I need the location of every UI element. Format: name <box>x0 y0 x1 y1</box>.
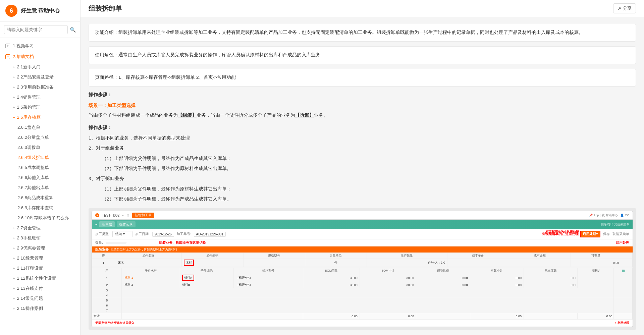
sidebar-item-s26-label: 2.6库存核算 <box>17 114 40 120</box>
ss-tab-record: 操作记录 <box>117 221 136 227</box>
ss-date-input: 2019-12-26 <box>152 232 174 237</box>
share-button[interactable]: ↗ 分享 <box>613 3 636 13</box>
ss-section-header: 组装业务 组装类型时上方为父件，拆卸类型时上方为原材料 <box>92 246 633 253</box>
search-input[interactable] <box>4 25 68 34</box>
sidebar-item-video[interactable]: + 1.视频学习 <box>0 41 80 51</box>
sidebar-leaf-263[interactable]: 2.6.3调拨单 <box>0 143 80 153</box>
sidebar-item-s27[interactable]: + 2.7资金管理 <box>0 223 80 233</box>
sidebar-item-s214[interactable]: + 2.14常见问题 <box>0 293 80 303</box>
sidebar-item-s21[interactable]: + 2.1新手入门 <box>0 62 80 72</box>
nav-sub-docs: + 2.1新手入门 + 2.2产品安装及登录 + 2.3使用前数据准备 + 2.… <box>0 62 80 314</box>
sidebar-item-s25[interactable]: + 2.5采购管理 <box>0 102 80 112</box>
nav-section-docs: − 2.帮助文档 + 2.1新手入门 + 2.2产品安装及登录 + 2.3使用前… <box>0 51 80 314</box>
sidebar-item-s28[interactable]: + 2.8手机旺铺 <box>0 233 80 243</box>
sidebar-item-s24[interactable]: + 2.4销售管理 <box>0 92 80 102</box>
logo-bar: 6 好生意 帮助中心 <box>0 0 80 22</box>
ss-td-code-redbox: 木材 <box>184 260 194 266</box>
screenshot-inner: 6 TEST-H002 ▾ ⚙ 新增加工单 📌 App下载 帮助中心 👤 CC … <box>89 208 636 330</box>
sidebar-leaf-264[interactable]: 2.6.4组装拆卸单 <box>0 153 80 163</box>
ss-extra-btns: 保存 取消采购单 <box>603 232 629 236</box>
sidebar-leaf-2610[interactable]: 2.6.10库存账本错了怎么办 <box>0 213 80 223</box>
step3-1: （1）上部明细为父件明细，最终作为原材料生成其它出库单； <box>89 185 636 193</box>
annotation2: 组装业务、拆卸业务在这里切换 <box>159 240 206 245</box>
sidebar-item-s24-label: 2.4销售管理 <box>17 94 40 100</box>
ss-th-unit: 计量单位 <box>305 253 367 259</box>
page-title: 组装拆卸单 <box>89 4 122 13</box>
ss-th-seq: 序 <box>92 253 115 259</box>
ss-th-parent-code: 父件编码 <box>181 253 243 259</box>
ss-th-cost-price: 成本单价 <box>447 253 509 259</box>
nav-section-video: + 1.视频学习 <box>0 41 80 51</box>
sidebar-item-s22-label: 2.2产品安装及登录 <box>17 74 53 80</box>
sidebar-item-s23[interactable]: + 2.3使用前数据准备 <box>0 82 80 92</box>
sidebar-item-s215-label: 2.15操作案例 <box>17 305 43 312</box>
sidebar-item-s26[interactable]: − 2.6库存核算 <box>0 112 80 122</box>
sidebar-item-s214-label: 2.14常见问题 <box>17 295 43 301</box>
annotation3-label: ↑ 启用处理 <box>615 321 629 325</box>
scenario1-desc: 当由多个子件材料组装成一个成品的业务为【组装】业务，当由一个父件拆分成多个子产品… <box>89 111 636 119</box>
scenario1-heading: 场景一：加工类型选择 <box>89 103 636 109</box>
intro-box-1: 功能介绍：组装拆卸单用来处理企业组装或拆卸等加工业务，支持有固定装配清单的产品加… <box>89 24 636 42</box>
top-bar: 组装拆卸单 ↗ 分享 <box>80 0 644 17</box>
search-bar: 🔍 <box>0 22 80 38</box>
ss-label-type: 加工类型: <box>95 232 110 236</box>
sidebar-item-s27-label: 2.7资金管理 <box>17 225 40 231</box>
ss-sub-code-red: 棉料A <box>182 275 194 281</box>
sidebar-item-s22[interactable]: + 2.2产品安装及登录 <box>0 72 80 82</box>
sidebar-item-s211[interactable]: + 2.11打印设置 <box>0 263 80 273</box>
ss-topbar-id: TEST-H002 <box>102 214 119 217</box>
step3-2: （2）下部明细为子件明细，最终作为产成品生成其它入库单。 <box>89 195 636 203</box>
sidebar-item-s213-label: 2.13在线支付 <box>17 285 43 291</box>
intro-text-3: 页面路径：1、库存核算->库存管理->组装拆卸单 2、首页->常用功能 <box>95 75 236 80</box>
share-icon: ↗ <box>618 6 621 11</box>
sidebar-leaf-266[interactable]: 2.6.6其他入库单 <box>0 173 80 183</box>
ss-qty-label: 数量: <box>95 240 103 245</box>
sidebar-leaf-265[interactable]: 2.6.5成本调整单 <box>0 163 80 173</box>
step2: 2、对于组装业务 <box>89 144 636 152</box>
ss-type-select: 组装 ▾ <box>112 231 132 237</box>
ss-new-btn: 新增加工单 <box>132 213 154 218</box>
ss-th-spec: 规格型号 <box>243 253 305 259</box>
sidebar-item-docs-label: 2.帮助文档 <box>13 54 34 60</box>
annotation1-label: ← 有装配清单的在这里处理 <box>542 230 579 234</box>
ss-qty-input <box>106 242 126 243</box>
sidebar-item-docs[interactable]: − 2.帮助文档 <box>0 51 80 62</box>
steps-label: 操作步骤： <box>89 125 636 131</box>
sidebar: 6 好生意 帮助中心 🔍 + 1.视频学习 − 2.帮助文档 + 2.1新手入门 <box>0 0 80 335</box>
sidebar-item-s211-label: 2.11打印设置 <box>17 265 43 271</box>
sidebar-leaf-261[interactable]: 2.6.1盘点单 <box>0 122 80 132</box>
sidebar-item-s29-label: 2.9优惠券管理 <box>17 245 45 251</box>
sidebar-leaf-267[interactable]: 2.6.7其他出库单 <box>0 183 80 193</box>
sidebar-leaf-268[interactable]: 2.6.8商品成本重算 <box>0 193 80 203</box>
ss-no-input: AD-20191226-001 <box>194 232 226 237</box>
sidebar-leaf-262[interactable]: 2.6.2分量盘点单 <box>0 132 80 143</box>
step2-1: （1）上部明细为父件明细，最终作为产成品生成其它入库单； <box>89 155 636 163</box>
sidebar-item-s23-label: 2.3使用前数据准备 <box>17 84 53 90</box>
sidebar-item-s29[interactable]: + 2.9优惠券管理 <box>0 243 80 253</box>
logo-text: 好生意 帮助中心 <box>21 7 60 14</box>
content-area: 功能介绍：组装拆卸单用来处理企业组装或拆卸等加工业务，支持有固定装配清单的产品加… <box>80 17 644 335</box>
share-label: 分享 <box>623 5 632 11</box>
search-icon[interactable]: 🔍 <box>70 27 76 33</box>
logo-icon: 6 <box>5 5 17 17</box>
ss-label-date: 加工日期: <box>135 232 150 236</box>
step1: 1、根据不同的业务，选择不同单据的类型来处理 <box>89 134 636 142</box>
ss-process-btn: 启用处理▾ <box>580 231 600 237</box>
intro-text-2: 使用角色：通常由生产人员或库管人员完成拆装业务的操作，库管人员确认原材料的出库和… <box>95 52 320 57</box>
ss-tab-new: 新单据 <box>99 221 115 227</box>
nav-tree: + 1.视频学习 − 2.帮助文档 + 2.1新手入门 + 2.2产品安装及登录 <box>0 38 80 335</box>
sidebar-item-s212[interactable]: + 2.12系统个性化设置 <box>0 273 80 283</box>
ss-label-no: 加工单号: <box>177 232 191 236</box>
ss-th-cost-amt: 成本金额 <box>509 253 571 259</box>
sidebar-item-s213[interactable]: + 2.13在线支付 <box>0 283 80 293</box>
steps-heading: 操作步骤： <box>89 92 636 98</box>
sidebar-leaf-269[interactable]: 2.6.9库存账本查询 <box>0 203 80 213</box>
sidebar-item-s215[interactable]: + 2.15操作案例 <box>0 303 80 314</box>
ss-th-avail: 可调量 <box>571 253 621 259</box>
intro-box-2: 使用角色：通常由生产人员或库管人员完成拆装业务的操作，库管人员确认原材料的出库和… <box>89 46 636 64</box>
ss-expand-icon: ⊞ <box>622 269 625 273</box>
sidebar-item-s210[interactable]: + 2.10经营管理 <box>0 253 80 263</box>
sidebar-item-s21-label: 2.1新手入门 <box>17 64 40 70</box>
step3: 3、对于拆卸业务 <box>89 175 636 183</box>
sidebar-item-s25-label: 2.5采购管理 <box>17 104 40 110</box>
